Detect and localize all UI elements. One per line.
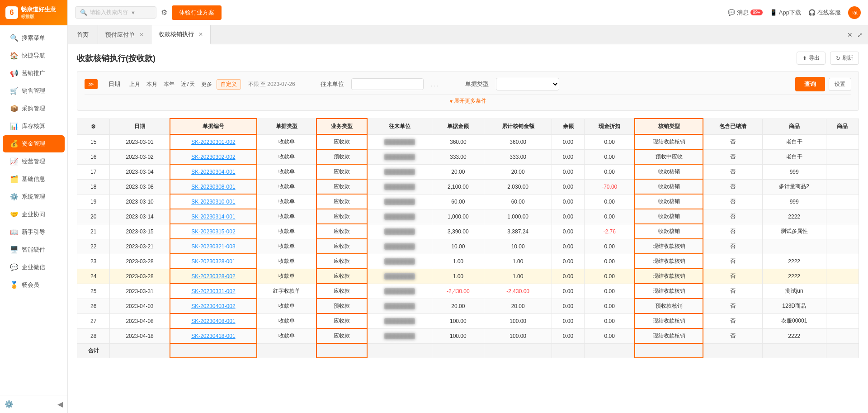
td-doc_no[interactable]: SK-20230328-002	[170, 269, 257, 284]
table-row[interactable]: 合计	[77, 343, 859, 358]
table-row[interactable]: 202023-03-14SK-20230314-001收款单应收款███████…	[77, 209, 859, 224]
tabbar-close-icon[interactable]: ✕	[847, 31, 853, 38]
sidebar-item-finance[interactable]: 💰资金管理	[3, 135, 65, 152]
mobile-icon: 📱	[770, 9, 777, 16]
quick-icon: 🏠	[10, 52, 18, 60]
doc-link[interactable]: SK-20230403-002	[191, 303, 235, 309]
sidebar-item-system[interactable]: ⚙️系统管理	[3, 188, 65, 205]
doc-link[interactable]: SK-20230328-002	[191, 273, 235, 280]
td-balance: 0.00	[552, 239, 584, 254]
td-doc_no[interactable]: SK-20230310-001	[170, 194, 257, 209]
td-doc_no[interactable]: SK-20230314-001	[170, 209, 257, 224]
td-doc_no[interactable]: SK-20230321-003	[170, 239, 257, 254]
doc-link[interactable]: SK-20230314-001	[191, 214, 235, 220]
table-row[interactable]: 232023-03-28SK-20230328-001收款单应收款███████…	[77, 254, 859, 269]
query-button[interactable]: 查询	[795, 77, 825, 91]
td-doc_no[interactable]: SK-20230308-001	[170, 179, 257, 194]
date-btn-last-month[interactable]: 上月	[127, 80, 142, 89]
doc-link[interactable]: SK-20230331-002	[191, 288, 235, 294]
tab-prepay-close[interactable]: ✕	[139, 32, 144, 38]
date-btn-7days[interactable]: 近7天	[179, 80, 197, 89]
tab-collection[interactable]: 收款核销执行 ✕	[151, 25, 211, 44]
date-btn-this-year[interactable]: 本年	[162, 80, 176, 89]
table-row[interactable]: 172023-03-04SK-20230304-001收款单应收款███████…	[77, 164, 859, 179]
doc-link[interactable]: SK-20230301-002	[191, 139, 235, 145]
table-row[interactable]: 222023-03-21SK-20230321-003收款单应收款███████…	[77, 239, 859, 254]
table-settings-button[interactable]: 设置	[829, 78, 851, 91]
date-btn-more[interactable]: 更多	[199, 80, 214, 89]
td-goods: 2222	[762, 209, 826, 224]
sidebar-item-guide[interactable]: 📖新手引导	[3, 223, 65, 241]
td-doc_no[interactable]: SK-20230328-001	[170, 254, 257, 269]
export-button[interactable]: ⬆ 导出	[797, 52, 826, 65]
td-doc_no[interactable]: SK-20230418-001	[170, 328, 257, 343]
sidebar-item-search[interactable]: 🔍搜索菜单	[3, 29, 65, 47]
sidebar-item-business[interactable]: 📈经营管理	[3, 153, 65, 170]
user-avatar[interactable]: Rit	[848, 6, 861, 19]
sidebar-item-basic[interactable]: 🗂️基础信息	[3, 171, 65, 188]
td-doc_no[interactable]: SK-20230304-001	[170, 164, 257, 179]
doc-link[interactable]: SK-20230308-001	[191, 184, 235, 190]
table-row[interactable]: 152023-03-01SK-20230301-002收款单应收款███████…	[77, 134, 859, 149]
doc-link[interactable]: SK-20230310-001	[191, 199, 235, 205]
sidebar-logo-text: 畅康道好生意 标推版	[21, 5, 56, 20]
page-actions: ⬆ 导出 ↻ 刷新	[797, 52, 859, 65]
sidebar-item-hardware[interactable]: 🖥️智能硬件	[3, 241, 65, 258]
td-biz_type: 预收款	[316, 299, 367, 313]
doc-link[interactable]: SK-20230328-001	[191, 258, 235, 265]
td-discount: 0.00	[585, 254, 635, 269]
partner-input[interactable]	[351, 78, 424, 90]
date-btn-this-month[interactable]: 本月	[145, 80, 159, 89]
doc-link[interactable]: SK-20230304-001	[191, 169, 235, 175]
collapse-icon[interactable]: ◀	[57, 400, 63, 408]
refresh-button[interactable]: ↻ 刷新	[830, 52, 859, 65]
tabbar-expand-icon[interactable]: ⤢	[857, 31, 863, 38]
sidebar-item-corp[interactable]: 🤝企业协同	[3, 206, 65, 223]
filter-toggle-button[interactable]: ≫	[85, 79, 98, 89]
sidebar-item-wechat[interactable]: 💬企业微信	[3, 259, 65, 276]
td-doc_no[interactable]: SK-20230301-002	[170, 134, 257, 149]
settings-gear-icon[interactable]: ⚙	[161, 8, 167, 17]
doc-type-select[interactable]	[496, 78, 559, 90]
td-doc_no[interactable]: SK-20230302-002	[170, 149, 257, 164]
settings-icon[interactable]: ⚙️	[5, 400, 14, 408]
table-row[interactable]: 272023-04-08SK-20230408-001收款单应收款███████…	[77, 313, 859, 328]
td-doc_no[interactable]	[170, 343, 257, 358]
td-doc_no[interactable]: SK-20230403-002	[170, 299, 257, 313]
topbar-search-box[interactable]: 🔍 请输入搜索内容 ▼	[75, 6, 156, 19]
sidebar-label-search: 搜索菜单	[22, 34, 45, 42]
expand-conditions-button[interactable]: ▾ 展开更多条件	[85, 94, 851, 105]
table-row[interactable]: 242023-03-28SK-20230328-002收款单应收款███████…	[77, 269, 859, 284]
doc-link[interactable]: SK-20230315-002	[191, 228, 235, 235]
table-row[interactable]: 182023-03-08SK-20230308-001收款单应收款███████…	[77, 179, 859, 194]
table-row[interactable]: 282023-04-18SK-20230418-001收款单应收款███████…	[77, 328, 859, 343]
message-area[interactable]: 💬 消息 99+	[728, 9, 763, 17]
sidebar-item-sales[interactable]: 🛒销售管理	[3, 82, 65, 100]
td-doc_no[interactable]: SK-20230408-001	[170, 313, 257, 328]
table-row[interactable]: 212023-03-15SK-20230315-002收款单应收款███████…	[77, 224, 859, 239]
sidebar-item-member[interactable]: 🏅畅会员	[3, 276, 65, 294]
tab-home[interactable]: 首页	[68, 25, 98, 44]
sidebar-item-quick[interactable]: 🏠快捷导航	[3, 47, 65, 64]
td-doc_no[interactable]: SK-20230315-002	[170, 224, 257, 239]
doc-link[interactable]: SK-20230302-002	[191, 154, 235, 160]
table-row[interactable]: 192023-03-10SK-20230310-001收款单应收款███████…	[77, 194, 859, 209]
filter-row: ≫ 日期 上月 本月 本年 近7天 更多 自定义 不限 至 2023-07-26…	[85, 77, 851, 91]
table-row[interactable]: 252023-03-31SK-20230331-002红字收款单应收款█████…	[77, 284, 859, 299]
sidebar-item-purchase[interactable]: 📦采购管理	[3, 100, 65, 117]
sidebar-item-inventory[interactable]: 📊库存核算	[3, 118, 65, 135]
tab-prepay[interactable]: 预付应付单 ✕	[98, 25, 151, 44]
table-row[interactable]: 262023-04-03SK-20230403-002收款单预收款███████…	[77, 299, 859, 313]
solution-button[interactable]: 体验行业方案	[172, 5, 222, 20]
doc-link[interactable]: SK-20230408-001	[191, 318, 235, 324]
td-cancel_type: 现结收款核销	[635, 313, 703, 328]
doc-link[interactable]: SK-20230321-003	[191, 243, 235, 250]
sidebar-item-marketing[interactable]: 📢营销推广	[3, 65, 65, 82]
doc-link[interactable]: SK-20230418-001	[191, 333, 235, 339]
service-area[interactable]: 🎧 在线客服	[808, 9, 841, 17]
date-btn-custom[interactable]: 自定义	[217, 79, 241, 90]
td-doc_no[interactable]: SK-20230331-002	[170, 284, 257, 299]
app-download-area[interactable]: 📱 App下载	[770, 9, 801, 17]
tab-collection-close[interactable]: ✕	[198, 31, 203, 38]
table-row[interactable]: 162023-03-02SK-20230302-002收款单预收款███████…	[77, 149, 859, 164]
